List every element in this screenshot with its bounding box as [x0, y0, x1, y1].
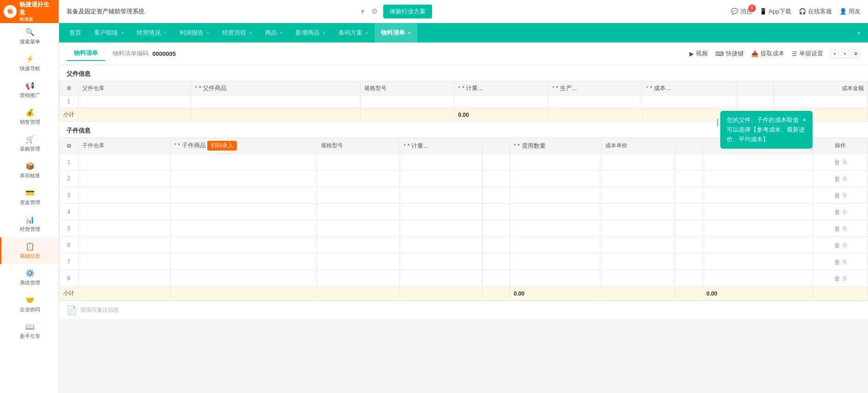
delete-icon-7[interactable]: 🗑 [834, 258, 840, 266]
child-warehouse-cell-2[interactable] [78, 170, 170, 187]
child-product-cell-4[interactable] [170, 204, 317, 220]
copy-icon-5[interactable]: ⎘ [843, 225, 847, 232]
single-settings-action[interactable]: ☰ 单据设置 [792, 49, 823, 58]
child-reqqty-cell-3[interactable] [510, 187, 602, 204]
child-warehouse-cell-5[interactable] [78, 220, 170, 237]
view-action[interactable]: ▶ 视频 [689, 49, 708, 58]
child-warehouse-cell-3[interactable] [78, 187, 170, 204]
sidebar-item-basic-info[interactable]: 📋 基础信息 [0, 237, 59, 264]
delete-icon-2[interactable]: 🗑 [834, 175, 840, 182]
parent-warehouse-cell[interactable] [78, 96, 191, 108]
child-spec-cell-5[interactable] [317, 220, 399, 237]
child-spec-cell-7[interactable] [317, 254, 399, 270]
child-unitcost-cell-7[interactable] [602, 254, 675, 270]
shortcut-action[interactable]: ⌨ 快捷键 [715, 49, 744, 58]
tab-close-new-product[interactable]: × [322, 30, 325, 36]
sidebar-item-inventory[interactable]: 📦 库存核算 [0, 157, 59, 184]
online-service-item[interactable]: 🎧 在线客服 [799, 7, 832, 16]
child-qty-cell-4[interactable] [399, 204, 482, 220]
copy-icon-4[interactable]: ⎘ [843, 208, 847, 216]
parent-product-cell[interactable] [191, 96, 360, 108]
child-product-cell-7[interactable] [170, 254, 317, 270]
page-tab-main[interactable]: 物料清单 [66, 46, 105, 61]
tab-history[interactable]: 经营历程 × [216, 23, 258, 42]
copy-icon-2[interactable]: ⎘ [843, 175, 847, 182]
tab-profit[interactable]: 利润报告 × [173, 23, 216, 42]
child-unitcost-cell-5[interactable] [602, 220, 675, 237]
child-warehouse-cell-4[interactable] [78, 204, 170, 220]
sidebar-item-marketing[interactable]: 📢 营销推广 [0, 77, 59, 103]
sidebar-item-finance[interactable]: 💳 资金管理 [0, 184, 59, 211]
child-qty-cell-5[interactable] [399, 220, 482, 237]
sidebar-item-guide[interactable]: 📖 新手引导 [0, 318, 59, 345]
tab-operations[interactable]: 经营情况 × [130, 23, 173, 42]
gear-icon[interactable]: ⚙ [371, 7, 378, 16]
child-reqqty-cell-8[interactable] [510, 270, 602, 287]
sidebar-item-enterprise[interactable]: 🤝 企业协同 [0, 291, 59, 318]
delete-icon-1[interactable]: 🗑 [834, 158, 840, 166]
tab-close-product[interactable]: × [280, 30, 283, 36]
child-product-cell-5[interactable] [170, 220, 317, 237]
tab-close-bom[interactable]: × [408, 30, 410, 36]
tab-close-profit[interactable]: × [206, 30, 209, 36]
tab-customer[interactable]: 客户联络 × [88, 23, 130, 42]
child-unitcost-cell-2[interactable] [602, 170, 675, 187]
tab-close-customer[interactable]: × [121, 30, 124, 36]
list-view-btn[interactable]: ≡ [851, 49, 861, 58]
child-warehouse-cell-6[interactable] [78, 237, 170, 254]
child-unitcost-cell-4[interactable] [602, 204, 675, 220]
child-warehouse-cell-1[interactable] [78, 154, 170, 170]
child-spec-cell-8[interactable] [317, 270, 399, 287]
tab-close-barcode[interactable]: × [365, 30, 368, 36]
tab-product[interactable]: 商品 × [259, 23, 289, 42]
child-reqqty-cell-4[interactable] [510, 204, 602, 220]
delete-icon-6[interactable]: 🗑 [834, 242, 840, 249]
child-spec-cell-4[interactable] [317, 204, 399, 220]
child-warehouse-cell-8[interactable] [78, 270, 170, 287]
extract-cost-action[interactable]: 📥 提取成本 [751, 49, 784, 58]
copy-icon-7[interactable]: ⎘ [843, 258, 847, 266]
delete-icon-4[interactable]: 🗑 [834, 208, 840, 216]
child-qty-cell-8[interactable] [399, 270, 482, 287]
sidebar-item-system[interactable]: ⚙️ 系统管理 [0, 264, 59, 291]
prev-page-btn[interactable]: ‹ [831, 49, 839, 58]
sidebar-item-purchase[interactable]: 🛒 采购管理 [0, 130, 59, 157]
tab-close-operations[interactable]: × [163, 30, 166, 36]
message-item[interactable]: 💬 消息 6 [731, 7, 752, 16]
child-product-cell-8[interactable] [170, 270, 317, 287]
copy-icon-3[interactable]: ⎘ [843, 192, 847, 199]
child-product-cell-2[interactable] [170, 170, 317, 187]
child-reqqty-cell-5[interactable] [510, 220, 602, 237]
close-all-tabs[interactable]: × [853, 30, 864, 36]
child-unitcost-cell-6[interactable] [602, 237, 675, 254]
child-product-cell-1[interactable] [170, 154, 317, 170]
scan-button[interactable]: 扫码录入 [207, 141, 237, 151]
child-qty-cell-3[interactable] [399, 187, 482, 204]
parent-prod-cell[interactable] [548, 96, 642, 108]
child-unitcost-cell-3[interactable] [602, 187, 675, 204]
sidebar-item-sales[interactable]: 💰 销售管理 [0, 103, 59, 130]
delete-icon-3[interactable]: 🗑 [834, 192, 840, 199]
parent-qty-cell[interactable] [454, 96, 549, 108]
parent-cost-cell[interactable] [642, 96, 736, 108]
tab-bom[interactable]: 物料清单 × [374, 23, 417, 42]
child-reqqty-cell-1[interactable] [510, 154, 602, 170]
child-qty-cell-1[interactable] [399, 154, 482, 170]
child-qty-cell-2[interactable] [399, 170, 482, 187]
child-warehouse-cell-7[interactable] [78, 254, 170, 270]
user-item[interactable]: 👤 用友 [839, 7, 861, 16]
copy-icon-6[interactable]: ⎘ [843, 242, 847, 249]
child-qty-cell-6[interactable] [399, 237, 482, 254]
child-qty-cell-7[interactable] [399, 254, 482, 270]
tooltip-close-button[interactable]: × [802, 115, 806, 125]
delete-icon-8[interactable]: 🗑 [834, 275, 840, 282]
child-spec-cell-1[interactable] [317, 154, 399, 170]
child-spec-cell-2[interactable] [317, 170, 399, 187]
delete-icon-5[interactable]: 🗑 [834, 225, 840, 232]
child-unitcost-cell-1[interactable] [602, 154, 675, 170]
child-spec-cell-3[interactable] [317, 187, 399, 204]
sidebar-item-search[interactable]: 🔍 搜索菜单 [0, 23, 59, 50]
child-product-cell-3[interactable] [170, 187, 317, 204]
copy-icon-1[interactable]: ⎘ [843, 158, 847, 166]
tab-home[interactable]: 首页 [63, 23, 88, 42]
